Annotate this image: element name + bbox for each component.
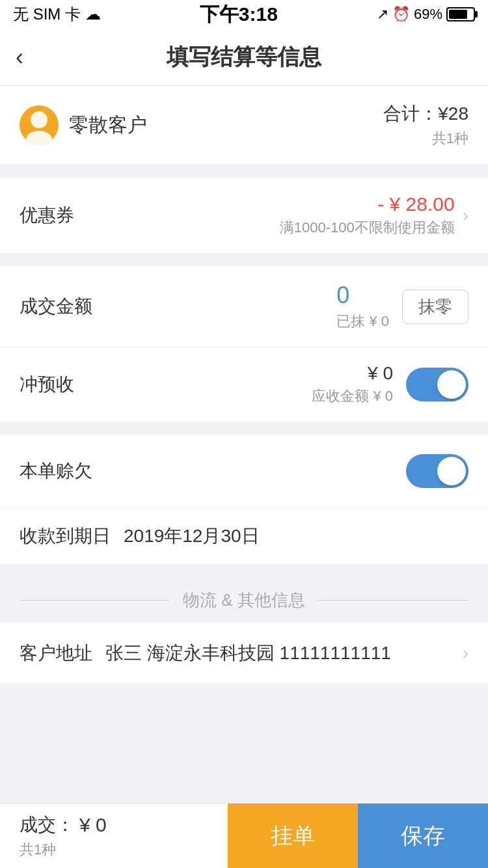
customer-section: 零散客户 合计：¥28 共1种 xyxy=(0,86,488,164)
battery-icon xyxy=(446,7,475,21)
toggle-knob xyxy=(437,370,466,399)
no-sim-text: 无 SIM 卡 ☁ xyxy=(13,4,101,25)
divider-line-left xyxy=(20,600,170,601)
coupon-value: - ¥ 28.00 xyxy=(280,193,455,215)
prepaid-amount: ¥ 0 xyxy=(312,363,393,384)
debt-toggle[interactable] xyxy=(406,454,468,488)
due-date-row[interactable]: 收款到期日 2019年12月30日 xyxy=(0,508,488,564)
logistics-label: 物流 & 其他信息 xyxy=(170,589,318,612)
transaction-label: 成交金额 xyxy=(20,294,92,319)
user-avatar-icon xyxy=(20,105,59,144)
address-value: 张三 海淀永丰科技园 11111111111 xyxy=(105,641,463,666)
battery-percent: 69% xyxy=(414,6,442,23)
prepaid-row: 冲预收 ¥ 0 应收金额 ¥ 0 xyxy=(0,347,488,422)
bottom-summary: 成交： ¥ 0 共1种 xyxy=(0,813,228,860)
address-row[interactable]: 客户地址 张三 海淀永丰科技园 11111111111 › xyxy=(0,623,488,684)
status-time: 下午3:18 xyxy=(200,1,278,28)
due-date-value: 2019年12月30日 xyxy=(124,524,260,549)
svg-point-1 xyxy=(26,131,52,144)
logistics-divider: 物流 & 其他信息 xyxy=(0,577,488,623)
due-date-label: 收款到期日 xyxy=(20,524,111,549)
back-button[interactable]: ‹ xyxy=(16,44,23,71)
debt-row: 本单赊欠 xyxy=(0,435,488,508)
bottom-bar: 成交： ¥ 0 共1种 挂单 保存 xyxy=(0,803,488,868)
round-zero-button[interactable]: 抹零 xyxy=(402,290,468,324)
coupon-row[interactable]: 优惠券 - ¥ 28.00 满1000-100不限制使用金额 › xyxy=(0,177,488,253)
address-section: 客户地址 张三 海淀永丰科技园 11111111111 › xyxy=(0,623,488,684)
address-label: 客户地址 xyxy=(20,641,92,666)
gap-4 xyxy=(0,564,488,577)
transaction-amount[interactable]: 0 xyxy=(336,282,389,309)
transaction-section: 成交金额 0 已抹 ¥ 0 抹零 冲预收 ¥ 0 应收金额 ¥ 0 xyxy=(0,266,488,422)
prepaid-receivable: 应收金额 ¥ 0 xyxy=(312,387,393,406)
total-amount: 合计：¥28 xyxy=(383,102,468,126)
transaction-row: 成交金额 0 已抹 ¥ 0 抹零 xyxy=(0,266,488,347)
bottom-deal-label: 成交： xyxy=(20,813,74,837)
divider-line-right xyxy=(318,600,468,601)
nav-bar: ‹ 填写结算等信息 xyxy=(0,29,488,86)
bottom-deal-amount: ¥ 0 xyxy=(79,814,107,836)
alarm-icon: ⏰ xyxy=(392,6,410,23)
svg-point-0 xyxy=(31,111,47,128)
prepaid-toggle[interactable] xyxy=(406,368,468,401)
bottom-count: 共1种 xyxy=(20,840,208,860)
gap-2 xyxy=(0,253,488,266)
debt-label: 本单赊欠 xyxy=(20,459,92,483)
coupon-section: 优惠券 - ¥ 28.00 满1000-100不限制使用金额 › xyxy=(0,177,488,253)
status-left: 无 SIM 卡 ☁ xyxy=(13,4,101,25)
page-title: 填写结算等信息 xyxy=(167,42,321,72)
gap-1 xyxy=(0,164,488,177)
status-bar: 无 SIM 卡 ☁ 下午3:18 ↗ ⏰ 69% xyxy=(0,0,488,29)
location-icon: ↗ xyxy=(377,6,388,23)
customer-row: 零散客户 合计：¥28 共1种 xyxy=(0,86,488,164)
status-right: ↗ ⏰ 69% xyxy=(377,6,475,23)
coupon-chevron-icon: › xyxy=(463,205,468,226)
coupon-label: 优惠券 xyxy=(20,203,74,228)
avatar xyxy=(20,105,59,144)
gap-3 xyxy=(0,422,488,435)
coupon-desc: 满1000-100不限制使用金额 xyxy=(280,218,455,237)
prepaid-label: 冲预收 xyxy=(20,372,74,397)
debt-section: 本单赊欠 收款到期日 2019年12月30日 xyxy=(0,435,488,564)
customer-name: 零散客户 xyxy=(69,112,147,139)
address-chevron-icon: › xyxy=(463,643,468,664)
debt-toggle-knob xyxy=(437,457,466,485)
hang-order-button[interactable]: 挂单 xyxy=(228,804,358,869)
total-count: 共1种 xyxy=(383,129,468,148)
save-button[interactable]: 保存 xyxy=(358,804,488,869)
transaction-sub: 已抹 ¥ 0 xyxy=(336,312,389,331)
